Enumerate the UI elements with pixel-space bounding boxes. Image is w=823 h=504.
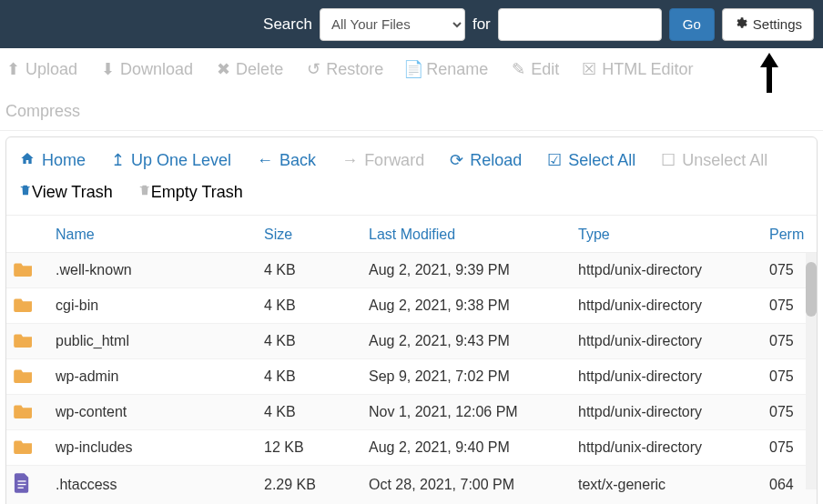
forward-icon: → <box>341 151 358 170</box>
table-row[interactable]: wp-content4 KBNov 1, 2021, 12:06 PMhttpd… <box>6 395 817 430</box>
col-header-type[interactable]: Type <box>578 227 769 243</box>
cell-size: 4 KB <box>264 297 369 314</box>
cell-name: cgi-bin <box>50 297 264 314</box>
folder-icon <box>14 331 50 351</box>
forward-button: →Forward <box>341 151 424 170</box>
folder-icon <box>14 438 50 458</box>
top-search-bar: Search All Your Files for Go Settings <box>0 0 823 48</box>
file-icon <box>14 473 50 497</box>
cell-type: httpd/unix-directory <box>578 368 769 385</box>
scrollbar-thumb[interactable] <box>806 262 817 317</box>
folder-icon <box>14 367 50 387</box>
cell-type: httpd/unix-directory <box>578 333 769 349</box>
reload-button[interactable]: ⟳Reload <box>450 150 522 170</box>
view-trash-button[interactable]: View Trash <box>19 183 113 202</box>
table-row[interactable]: wp-admin4 KBSep 9, 2021, 7:02 PMhttpd/un… <box>6 359 817 395</box>
download-icon: ⬇ <box>100 59 115 79</box>
edit-button: ✎Edit <box>511 59 559 79</box>
settings-label: Settings <box>753 16 802 32</box>
svg-rect-0 <box>18 480 26 481</box>
cell-modified: Sep 9, 2021, 7:02 PM <box>369 368 578 385</box>
table-row[interactable]: cgi-bin4 KBAug 2, 2021, 9:38 PMhttpd/uni… <box>6 288 817 324</box>
delete-button: ✖Delete <box>216 59 283 79</box>
select-all-icon: ☑ <box>547 150 562 170</box>
cell-modified: Aug 2, 2021, 9:38 PM <box>369 297 578 314</box>
for-label: for <box>472 15 491 34</box>
col-header-modified[interactable]: Last Modified <box>369 227 578 243</box>
trash-icon <box>138 183 151 201</box>
svg-rect-1 <box>18 484 26 485</box>
go-button[interactable]: Go <box>669 8 715 41</box>
folder-icon <box>14 402 50 422</box>
cell-type: httpd/unix-directory <box>578 297 769 314</box>
cell-type: httpd/unix-directory <box>578 404 769 420</box>
table-row[interactable]: .htaccess2.29 KBOct 28, 2021, 7:00 PMtex… <box>6 466 817 504</box>
table-row[interactable]: wp-includes12 KBAug 2, 2021, 9:40 PMhttp… <box>6 430 817 466</box>
scrollbar[interactable] <box>806 253 817 489</box>
cell-modified: Oct 28, 2021, 7:00 PM <box>369 477 578 493</box>
trash-icon <box>19 183 32 201</box>
cell-modified: Aug 2, 2021, 9:39 PM <box>369 262 578 278</box>
cell-name: wp-admin <box>50 368 264 385</box>
file-panel: Home ↥Up One Level ←Back →Forward ⟳Reloa… <box>5 136 818 504</box>
search-input[interactable] <box>498 8 662 41</box>
cell-name: wp-content <box>50 404 264 420</box>
search-scope-select[interactable]: All Your Files <box>320 8 465 41</box>
back-icon: ← <box>257 151 273 170</box>
cell-type: text/x-generic <box>578 477 769 493</box>
svg-rect-2 <box>18 488 24 489</box>
back-button[interactable]: ←Back <box>257 151 316 170</box>
cell-name: .well-known <box>50 262 264 278</box>
restore-button: ↺Restore <box>306 59 383 79</box>
home-button[interactable]: Home <box>19 151 86 170</box>
upload-icon: ⬆ <box>5 59 20 79</box>
nav-row-2: View Trash Empty Trash <box>6 177 817 215</box>
cell-modified: Nov 1, 2021, 12:06 PM <box>369 404 578 420</box>
cell-size: 4 KB <box>264 333 369 349</box>
rename-icon: 📄 <box>406 59 421 79</box>
folder-icon <box>14 260 50 280</box>
select-all-button[interactable]: ☑Select All <box>547 150 635 170</box>
cell-size: 12 KB <box>264 439 369 456</box>
settings-button[interactable]: Settings <box>722 8 814 41</box>
home-icon <box>19 151 36 170</box>
unselect-all-icon: ☐ <box>661 150 676 170</box>
nav-row: Home ↥Up One Level ←Back →Forward ⟳Reloa… <box>6 137 817 177</box>
cell-name: wp-includes <box>50 439 264 456</box>
gear-icon <box>734 16 747 33</box>
html-editor-button: ☒HTML Editor <box>582 59 693 79</box>
up-one-level-button[interactable]: ↥Up One Level <box>111 150 231 170</box>
cell-modified: Aug 2, 2021, 9:40 PM <box>369 439 578 456</box>
cell-type: httpd/unix-directory <box>578 262 769 278</box>
cell-size: 4 KB <box>264 368 369 385</box>
table-header: Name Size Last Modified Type Perm <box>6 215 817 253</box>
edit-icon: ✎ <box>511 59 525 79</box>
delete-icon: ✖ <box>216 59 230 79</box>
cell-size: 4 KB <box>264 262 369 278</box>
upload-button[interactable]: ⬆Upload <box>5 59 77 79</box>
cell-size: 2.29 KB <box>264 477 369 493</box>
col-header-size[interactable]: Size <box>264 227 369 243</box>
table-row[interactable]: public_html4 KBAug 2, 2021, 9:43 PMhttpd… <box>6 324 817 359</box>
table-row[interactable]: .well-known4 KBAug 2, 2021, 9:39 PMhttpd… <box>6 253 817 288</box>
rename-button: 📄Rename <box>406 59 488 79</box>
download-button: ⬇Download <box>100 59 193 79</box>
cell-name: .htaccess <box>50 477 264 493</box>
search-label: Search <box>263 15 312 34</box>
file-table: Name Size Last Modified Type Perm .well-… <box>6 215 817 504</box>
compress-button: Compress <box>5 102 816 121</box>
unselect-all-button: ☐Unselect All <box>661 150 767 170</box>
empty-trash-button: Empty Trash <box>138 183 243 202</box>
folder-icon <box>14 296 50 316</box>
cell-size: 4 KB <box>264 404 369 420</box>
restore-icon: ↺ <box>306 59 320 79</box>
reload-icon: ⟳ <box>450 150 463 170</box>
col-header-perm[interactable]: Perm <box>769 227 815 243</box>
cell-modified: Aug 2, 2021, 9:43 PM <box>369 333 578 349</box>
cell-type: httpd/unix-directory <box>578 439 769 456</box>
html-editor-icon: ☒ <box>582 59 596 79</box>
col-header-name[interactable]: Name <box>50 227 264 243</box>
up-icon: ↥ <box>111 150 125 170</box>
action-toolbar: ⬆Upload ⬇Download ✖Delete ↺Restore 📄Rena… <box>0 48 823 131</box>
cell-name: public_html <box>50 333 264 349</box>
